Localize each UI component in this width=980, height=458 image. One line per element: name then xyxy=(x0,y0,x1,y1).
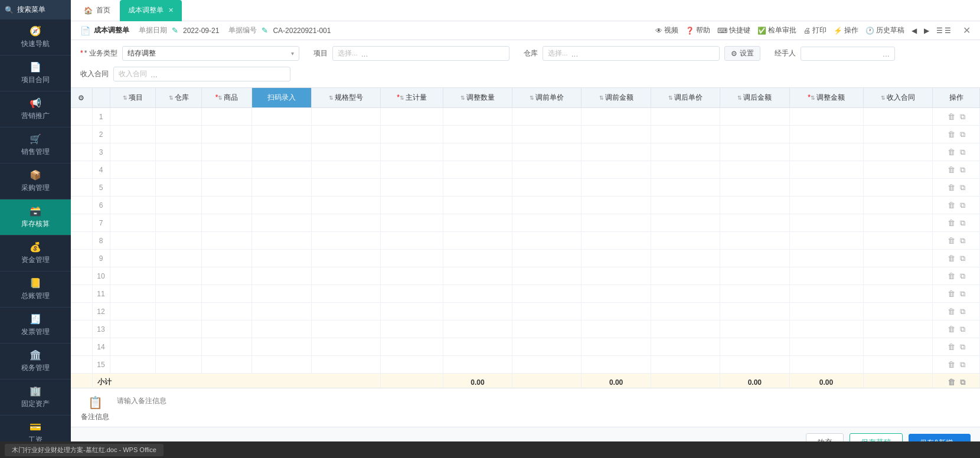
row-delete-btn[interactable]: 🗑 xyxy=(948,360,955,369)
row-before-price[interactable] xyxy=(512,108,582,126)
row-adjust-qty[interactable] xyxy=(443,338,512,356)
action-view[interactable]: 👁 视频 xyxy=(655,25,678,35)
row-unit[interactable] xyxy=(381,197,443,214)
row-before-price[interactable] xyxy=(512,267,582,285)
row-unit[interactable] xyxy=(381,356,443,374)
row-before-amount[interactable] xyxy=(582,161,651,179)
row-warehouse[interactable] xyxy=(156,250,202,267)
row-after-amount[interactable] xyxy=(720,250,789,267)
col-gear[interactable]: ⚙ xyxy=(71,88,92,108)
row-income-contract[interactable] xyxy=(863,232,932,250)
row-scan-input[interactable] xyxy=(252,214,312,232)
row-after-price[interactable] xyxy=(651,320,720,338)
row-warehouse[interactable] xyxy=(156,143,202,161)
row-unit[interactable] xyxy=(381,214,443,232)
row-warehouse[interactable] xyxy=(156,303,202,320)
col-after-price[interactable]: ⇅调后单价 xyxy=(651,88,720,108)
row-after-price[interactable] xyxy=(651,108,720,126)
col-adjust-amount[interactable]: *⇅调整金额 xyxy=(789,88,863,108)
row-unit[interactable] xyxy=(381,161,443,179)
row-settings[interactable] xyxy=(71,214,92,232)
row-project[interactable] xyxy=(110,285,156,303)
sidebar-item-invoice-mgmt[interactable]: 🧾发票管理 xyxy=(0,307,71,344)
row-income-contract[interactable] xyxy=(863,285,932,303)
row-after-amount[interactable] xyxy=(720,285,789,303)
biz-type-select[interactable]: 结存调整 ▾ xyxy=(122,46,299,61)
row-adjust-amount[interactable] xyxy=(789,303,863,320)
row-copy-btn[interactable]: ⧉ xyxy=(960,360,965,369)
row-before-price[interactable] xyxy=(512,320,582,338)
row-goods[interactable] xyxy=(201,126,251,143)
row-after-price[interactable] xyxy=(651,197,720,214)
row-after-amount[interactable] xyxy=(720,232,789,250)
row-spec[interactable] xyxy=(312,356,381,374)
row-before-price[interactable] xyxy=(512,179,582,197)
row-adjust-amount[interactable] xyxy=(789,320,863,338)
row-before-price[interactable] xyxy=(512,197,582,214)
row-spec[interactable] xyxy=(312,143,381,161)
row-spec[interactable] xyxy=(312,197,381,214)
row-adjust-amount[interactable] xyxy=(789,267,863,285)
row-income-contract[interactable] xyxy=(863,267,932,285)
settings-button[interactable]: ⚙ 设置 xyxy=(724,46,760,61)
row-after-amount[interactable] xyxy=(720,143,789,161)
row-project[interactable] xyxy=(110,250,156,267)
handler-select[interactable]: ... xyxy=(801,47,895,61)
row-income-contract[interactable] xyxy=(863,179,932,197)
action-print[interactable]: 🖨 打印 xyxy=(803,25,827,35)
row-goods[interactable] xyxy=(201,250,251,267)
row-before-price[interactable] xyxy=(512,143,582,161)
action-history[interactable]: 🕐 历史草稿 xyxy=(865,25,904,35)
row-copy-btn[interactable]: ⧉ xyxy=(960,201,965,210)
row-spec[interactable] xyxy=(312,179,381,197)
row-spec[interactable] xyxy=(312,303,381,320)
project-select[interactable]: 选择... ... xyxy=(332,46,509,61)
row-unit[interactable] xyxy=(381,303,443,320)
row-adjust-qty[interactable] xyxy=(443,250,512,267)
row-before-amount[interactable] xyxy=(582,143,651,161)
row-unit[interactable] xyxy=(381,320,443,338)
row-goods[interactable] xyxy=(201,356,251,374)
col-adjust-qty[interactable]: ⇅调整数量 xyxy=(443,88,512,108)
col-project[interactable]: ⇅项目 xyxy=(110,88,156,108)
row-settings[interactable] xyxy=(71,338,92,356)
sidebar-item-inventory-calc[interactable]: 🗃️库存核算 xyxy=(0,199,71,235)
row-warehouse[interactable] xyxy=(156,179,202,197)
row-adjust-qty[interactable] xyxy=(443,320,512,338)
row-before-amount[interactable] xyxy=(582,108,651,126)
row-adjust-amount[interactable] xyxy=(789,356,863,374)
row-after-amount[interactable] xyxy=(720,356,789,374)
row-before-price[interactable] xyxy=(512,303,582,320)
sidebar-item-ledger-mgmt[interactable]: 📒总账管理 xyxy=(0,271,71,307)
row-project[interactable] xyxy=(110,320,156,338)
row-adjust-amount[interactable] xyxy=(789,143,863,161)
row-project[interactable] xyxy=(110,179,156,197)
row-goods[interactable] xyxy=(201,320,251,338)
tab-home[interactable]: 🏠 首页 xyxy=(76,0,119,21)
row-before-price[interactable] xyxy=(512,285,582,303)
row-adjust-qty[interactable] xyxy=(443,356,512,374)
row-goods[interactable] xyxy=(201,232,251,250)
row-spec[interactable] xyxy=(312,267,381,285)
row-after-amount[interactable] xyxy=(720,338,789,356)
row-project[interactable] xyxy=(110,303,156,320)
row-income-contract[interactable] xyxy=(863,126,932,143)
row-after-price[interactable] xyxy=(651,214,720,232)
row-delete-btn[interactable]: 🗑 xyxy=(948,307,955,316)
row-adjust-qty[interactable] xyxy=(443,285,512,303)
col-after-amount[interactable]: ⇅调后金额 xyxy=(720,88,789,108)
col-income-contract[interactable]: ⇅收入合同 xyxy=(863,88,932,108)
row-project[interactable] xyxy=(110,161,156,179)
row-scan-input[interactable] xyxy=(252,161,312,179)
row-copy-btn[interactable]: ⧉ xyxy=(960,342,965,352)
doc-close-btn[interactable]: ✕ xyxy=(963,25,971,36)
sidebar-item-fixed-assets[interactable]: 🏢固定资产 xyxy=(0,380,71,416)
row-unit[interactable] xyxy=(381,285,443,303)
income-contract-dots[interactable]: ... xyxy=(151,70,158,79)
row-after-price[interactable] xyxy=(651,232,720,250)
row-delete-btn[interactable]: 🗑 xyxy=(948,112,955,122)
row-spec[interactable] xyxy=(312,108,381,126)
row-after-price[interactable] xyxy=(651,303,720,320)
row-income-contract[interactable] xyxy=(863,320,932,338)
row-income-contract[interactable] xyxy=(863,197,932,214)
